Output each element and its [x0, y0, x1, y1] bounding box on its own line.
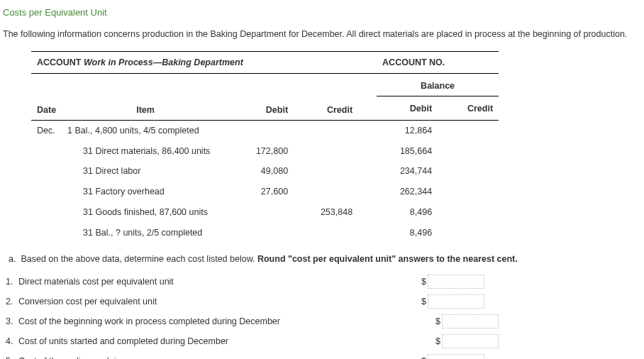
col-date: Date — [31, 74, 62, 121]
row-month — [31, 223, 62, 243]
row-debit — [229, 223, 294, 243]
dollar-sign: $ — [416, 295, 426, 309]
question-a-prefix: a. — [9, 254, 16, 264]
dollar-sign: $ — [431, 315, 440, 328]
table-row: 31 Factory overhead 27,600 262,344 — [31, 182, 499, 202]
row-credit — [294, 141, 358, 162]
dollar-sign: $ — [416, 355, 426, 359]
answer-input-1[interactable] — [428, 275, 484, 289]
answer-input-2[interactable] — [428, 294, 484, 309]
row-credit — [294, 182, 358, 202]
dollar-sign: $ — [416, 275, 426, 289]
row-debit — [229, 120, 294, 140]
row-item: 1 Bal., 4,800 units, 4/5 completed — [62, 120, 229, 140]
row-debit: 49,080 — [229, 161, 294, 182]
col-debit: Debit — [229, 74, 294, 121]
row-item: 31 Bal., ? units, 2/5 completed — [62, 223, 229, 243]
row-item: 31 Direct materials, 86,400 units — [62, 141, 229, 162]
question-list: 1. Direct materials cost per equivalent … — [3, 275, 641, 359]
row-bal-credit — [438, 141, 499, 162]
row-month — [31, 141, 62, 162]
q-text: Cost of the ending work in process — [18, 355, 155, 359]
row-month: Dec. — [31, 120, 62, 140]
account-no-label: ACCOUNT NO. — [377, 51, 499, 74]
row-bal-debit: 262,344 — [377, 182, 438, 202]
question-a-bold: Round "cost per equivalent unit" answers… — [257, 254, 518, 264]
row-item: 31 Factory overhead — [62, 182, 229, 202]
row-debit — [229, 202, 294, 223]
q-number: 5. — [6, 355, 18, 359]
q-text: Direct materials cost per equivalent uni… — [18, 275, 174, 289]
q-number: 4. — [6, 335, 18, 348]
account-heading: ACCOUNT Work in Process—Baking Departmen… — [31, 51, 377, 74]
table-row: 31 Bal., ? units, 2/5 completed 8,496 — [31, 223, 499, 243]
row-month — [31, 161, 62, 182]
answer-input-5[interactable] — [428, 354, 484, 359]
ledger-table: ACCOUNT Work in Process—Baking Departmen… — [31, 51, 499, 243]
intro-text: The following information concerns produ… — [3, 27, 641, 41]
row-month — [31, 202, 62, 223]
q-number: 2. — [6, 295, 18, 309]
question-a: a. Based on the above data, determine ea… — [14, 253, 641, 266]
row-bal-debit: 8,496 — [377, 202, 438, 223]
row-credit: 253,848 — [294, 202, 358, 223]
table-row: Dec. 1 Bal., 4,800 units, 4/5 completed … — [31, 120, 499, 140]
row-debit: 27,600 — [229, 182, 294, 202]
q-text: Cost of the beginning work in process co… — [18, 315, 280, 328]
col-bal-debit: Debit — [377, 96, 438, 121]
page-title: Costs per Equivalent Unit — [3, 6, 641, 20]
q-number: 3. — [6, 315, 18, 328]
col-credit: Credit — [294, 74, 358, 121]
row-debit: 172,800 — [229, 141, 294, 162]
row-bal-credit — [438, 161, 499, 182]
row-bal-credit — [438, 223, 499, 243]
row-month — [31, 182, 62, 202]
row-item: 31 Direct labor — [62, 161, 229, 182]
account-label: ACCOUNT — [37, 57, 82, 67]
q-text: Conversion cost per equivalent unit — [18, 295, 157, 309]
account-name: Work in Process—Baking Department — [84, 57, 243, 67]
answer-input-3[interactable] — [442, 314, 499, 328]
table-row: 31 Direct labor 49,080 234,744 — [31, 161, 499, 182]
row-item: 31 Goods finished, 87,600 units — [62, 202, 229, 223]
row-bal-debit: 12,864 — [377, 120, 438, 140]
list-item: 5. Cost of the ending work in process $ — [3, 354, 641, 359]
table-row: 31 Direct materials, 86,400 units 172,80… — [31, 141, 499, 162]
row-credit — [294, 161, 358, 182]
list-item: 1. Direct materials cost per equivalent … — [3, 275, 641, 289]
question-a-text: Based on the above data, determine each … — [21, 254, 257, 264]
q-number: 1. — [6, 275, 18, 289]
row-bal-debit: 8,496 — [377, 223, 438, 243]
row-bal-credit — [438, 120, 499, 140]
row-bal-debit: 234,744 — [377, 161, 438, 182]
row-bal-credit — [438, 182, 499, 202]
list-item: 3. Cost of the beginning work in process… — [3, 314, 641, 328]
row-credit — [294, 223, 358, 243]
table-row: 31 Goods finished, 87,600 units 253,848 … — [31, 202, 499, 223]
row-bal-credit — [438, 202, 499, 223]
col-balance: Balance — [377, 74, 499, 96]
answer-input-4[interactable] — [442, 334, 499, 348]
dollar-sign: $ — [431, 335, 440, 348]
col-item: Item — [62, 74, 229, 121]
row-bal-debit: 185,664 — [377, 141, 438, 162]
row-credit — [294, 120, 358, 140]
col-bal-credit: Credit — [438, 96, 499, 121]
q-text: Cost of units started and completed duri… — [18, 335, 228, 348]
list-item: 4. Cost of units started and completed d… — [3, 334, 641, 348]
list-item: 2. Conversion cost per equivalent unit $ — [3, 294, 641, 309]
